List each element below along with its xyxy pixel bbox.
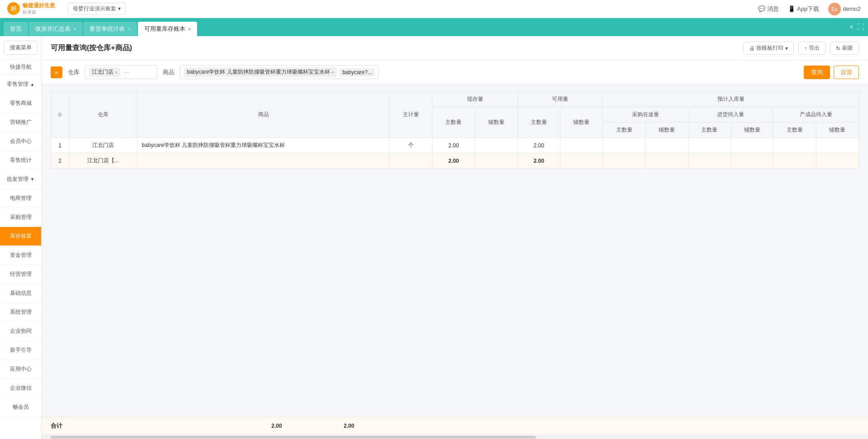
page-title: 可用量查询(按仓库+商品)	[51, 43, 132, 53]
quick-nav-btn[interactable]: 快捷导航	[0, 60, 41, 75]
table-wrap: ⚙ 仓库 商品 主计量 现存量 可用量 预计入库量 主数量 辅数量 主数量 辅数…	[42, 84, 868, 417]
cell-arrival-aux-1	[731, 138, 773, 153]
app-download-btn[interactable]: 📱 App下载	[788, 5, 819, 13]
tab-order-close[interactable]: ×	[127, 26, 130, 32]
sidebar-item-inventory-label: 库存核算	[10, 232, 32, 240]
warehouse-tag: 江北门店 ×	[89, 67, 120, 77]
print-btn[interactable]: 🖨 按模板打印 ▾	[743, 42, 794, 55]
sidebar-item-system-label: 系统管理	[10, 308, 32, 316]
tab-order-label: 要货单统计表	[90, 25, 125, 33]
export-btn[interactable]: ↑ 导出	[798, 42, 826, 55]
filter-actions: 查询 设置	[804, 66, 859, 79]
tab-available-close[interactable]: ×	[188, 26, 191, 32]
sidebar-item-retail-mgmt[interactable]: 零售管理 ▲	[0, 75, 41, 94]
th-forecast: 预计入库量	[603, 92, 859, 107]
cell-arrival-aux-2	[731, 153, 773, 169]
refresh-icon: ↻	[836, 45, 840, 52]
refresh-btn[interactable]: ↻ 刷新	[830, 42, 859, 55]
expand-filter-btn[interactable]: »	[51, 66, 62, 78]
tab-receive[interactable]: 收发存汇总表 ×	[29, 22, 82, 36]
cell-purchase-aux-1	[646, 138, 688, 153]
tab-receive-close[interactable]: ×	[73, 26, 76, 32]
sidebar-item-ecommerce[interactable]: 电商管理	[0, 189, 41, 208]
sidebar-item-finance[interactable]: 资金管理	[0, 246, 41, 265]
maximize-btn[interactable]: ⛶	[857, 23, 864, 31]
sidebar-item-wholesale-mgmt[interactable]: 批发管理 ▼	[0, 170, 41, 189]
page-header: 可用量查询(按仓库+商品) 🖨 按模板打印 ▾ ↑ 导出 ↻ 刷新	[42, 36, 868, 61]
cell-purchase-main-2	[603, 153, 646, 169]
cell-current-main-2: 2.00	[432, 153, 475, 169]
logo-sub: 标准版	[23, 9, 55, 15]
th-current: 现存量	[432, 92, 518, 107]
product-tag-2-text: babycare?...	[342, 69, 372, 76]
sidebar-item-wholesale-mgmt-label: 批发管理	[7, 175, 28, 183]
settings-btn-filter[interactable]: 设置	[834, 66, 859, 79]
th-warehouse: 仓库	[69, 92, 137, 138]
warehouse-label: 仓库	[68, 68, 80, 76]
sidebar-item-retail-store-label: 零售商城	[10, 99, 32, 107]
warehouse-more-icon[interactable]: ···	[123, 68, 129, 76]
horizontal-scrollbar[interactable]	[51, 436, 536, 439]
tab-available[interactable]: 可用量库存账本 ×	[138, 22, 197, 36]
sidebar-item-purchase-label: 采购管理	[10, 213, 32, 221]
sidebar-item-newbie[interactable]: 新手引导	[0, 341, 41, 360]
cell-current-main-1: 2.00	[432, 138, 475, 153]
chevron-down-icon: ▾	[118, 5, 121, 12]
close-all-btn[interactable]: ×	[849, 23, 854, 31]
sidebar-item-retail-store[interactable]: 零售商城	[0, 94, 41, 113]
cell-no-2: 2	[51, 153, 69, 169]
user-info[interactable]: Ea demo2	[828, 3, 861, 15]
cell-available-main-1: 2.00	[518, 138, 560, 153]
tab-available-label: 可用量库存账本	[144, 25, 185, 33]
search-menu-btn[interactable]: 搜索菜单	[4, 41, 38, 55]
settings-icon[interactable]: ⚙	[57, 112, 62, 118]
sidebar-item-marketing[interactable]: 营销推广	[0, 113, 41, 132]
username: demo2	[843, 5, 861, 12]
sidebar-item-wechat[interactable]: 企业微信	[0, 379, 41, 398]
logo-area: 好 畅捷通好生意 标准版	[7, 2, 55, 15]
top-bar-left: 好 畅捷通好生意 标准版 母婴行业演示账套 ▾	[7, 2, 126, 15]
tab-bar: 首页 收发存汇总表 × 要货单统计表 × 可用量库存账本 × × ⛶	[0, 18, 868, 36]
message-btn[interactable]: 💬 消息	[758, 5, 779, 13]
cell-current-aux-1	[475, 138, 518, 153]
sidebar-item-inventory[interactable]: 库存核算	[0, 227, 41, 246]
cell-produce-aux-2	[816, 153, 859, 169]
sidebar-item-operation[interactable]: 经营管理	[0, 265, 41, 284]
sidebar-item-vip[interactable]: 畅会员	[0, 398, 41, 417]
sidebar-item-member[interactable]: 会员中心	[0, 132, 41, 151]
query-btn[interactable]: 查询	[804, 66, 830, 79]
warehouse-tag-text: 江北门店	[92, 68, 113, 76]
sidebar-item-system[interactable]: 系统管理	[0, 303, 41, 322]
th-produce-main: 主数量	[774, 123, 816, 138]
download-icon: 📱	[788, 5, 795, 12]
cell-current-aux-2	[475, 153, 518, 169]
cell-available-aux-1	[560, 138, 603, 153]
industry-selector[interactable]: 母婴行业演示账套 ▾	[68, 3, 126, 15]
content-area: 可用量查询(按仓库+商品) 🖨 按模板打印 ▾ ↑ 导出 ↻ 刷新 »	[42, 36, 868, 439]
sidebar-item-app-center[interactable]: 应用中心	[0, 360, 41, 379]
sidebar-item-base[interactable]: 基础信息	[0, 284, 41, 303]
product-tag-1-close[interactable]: ×	[331, 70, 334, 75]
th-settings: ⚙	[51, 92, 69, 138]
tab-home-label: 首页	[10, 25, 22, 33]
chevron-icon: ▲	[30, 82, 35, 87]
sidebar-item-purchase[interactable]: 采购管理	[0, 208, 41, 227]
th-arrival-main: 主数量	[688, 123, 731, 138]
th-available: 可用量	[518, 92, 603, 107]
tab-order[interactable]: 要货单统计表 ×	[83, 22, 137, 36]
sidebar-item-retail-mgmt-label: 零售管理	[7, 80, 28, 88]
sidebar-item-retail-stats[interactable]: 零售统计	[0, 151, 41, 170]
cell-warehouse-1: 江北门店	[69, 138, 137, 153]
cell-available-aux-2	[560, 153, 603, 169]
warehouse-input[interactable]: 江北门店 × ···	[85, 65, 157, 79]
product-input[interactable]: babycare学饮杯 儿童防摔防撞吸管杯重力球吸嘴杯宝宝水杯 × babyca…	[180, 65, 379, 79]
warehouse-tag-close[interactable]: ×	[115, 70, 118, 75]
footer-label: 合计	[51, 422, 123, 430]
tab-home[interactable]: 首页	[4, 22, 28, 36]
sidebar-item-enterprise[interactable]: 企业协同	[0, 322, 41, 341]
cell-arrival-main-2	[688, 153, 731, 169]
sidebar-item-app-center-label: 应用中心	[10, 365, 32, 373]
product-tag-2: babycare?...	[340, 68, 375, 76]
sidebar-item-marketing-label: 营销推广	[10, 118, 32, 126]
cell-available-main-2: 2.00	[518, 153, 560, 169]
